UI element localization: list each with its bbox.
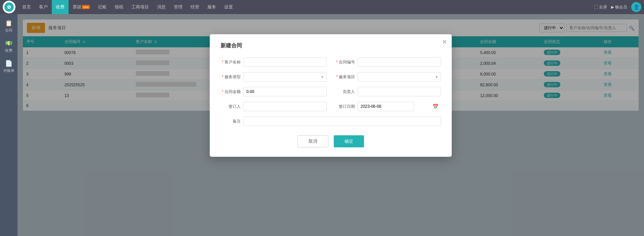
sidebar-item-fee[interactable]: 💵 收费 [0, 37, 17, 56]
nav-item-business[interactable]: 工商项目 [127, 0, 153, 14]
new-contract-modal: ✕ 新建合同 客户名称 合同编号 服务类型 [210, 34, 452, 157]
fullscreen-button[interactable]: ⛶ 全屏 [594, 4, 607, 10]
service-type-select[interactable] [243, 72, 327, 82]
contract-no-label: 合同编号 [335, 59, 355, 65]
nav-item-fee[interactable]: 收费 [52, 0, 69, 14]
member-button[interactable]: ▶ 畅会员 [611, 4, 627, 10]
nav-item-home[interactable]: 首页 [18, 0, 35, 14]
responsible-input[interactable] [358, 87, 441, 96]
avatar[interactable]: 👤 [631, 2, 641, 12]
amount-input[interactable]: 0.00 [243, 87, 327, 96]
nav-item-message[interactable]: 消息 [153, 0, 170, 14]
modal-footer: 取消 确定 [220, 135, 441, 147]
nav-item-accounting[interactable]: 记账 [94, 0, 111, 14]
new-badge: new [82, 5, 90, 9]
contract-icon: 📋 [5, 19, 12, 27]
form-row-customer: 客户名称 [220, 57, 327, 67]
form-row-contract-no: 合同编号 [335, 57, 441, 67]
sidebar: 📋 合同 💵 收费 📄 对账单 [0, 14, 17, 236]
form-row-signer: 签订人 [220, 102, 327, 111]
form-grid: 客户名称 合同编号 服务类型 ▼ [220, 57, 441, 126]
nav-item-service[interactable]: 服务 [203, 0, 220, 14]
service-type-label: 服务类型 [220, 74, 241, 80]
nav-item-ticket[interactable]: 票据 new [69, 0, 94, 14]
logo-inner: ✿ [4, 2, 14, 12]
fee-icon: 💵 [5, 40, 12, 47]
nav-item-customer[interactable]: 客户 [35, 0, 52, 14]
amount-label: 合同金额 [220, 89, 241, 95]
customer-name-input[interactable] [243, 57, 327, 67]
form-row-amount: 合同金额 0.00 [220, 87, 327, 96]
form-row-service-item: 服务项目 ▼ [335, 72, 441, 82]
remark-input[interactable] [243, 116, 441, 126]
sign-date-wrapper: 2023-06-06 📅 [358, 102, 441, 111]
modal-overlay: ✕ 新建合同 客户名称 合同编号 服务类型 [17, 14, 644, 236]
form-row-remark: 备注 [220, 116, 441, 126]
play-icon: ▶ [611, 5, 614, 9]
responsible-label: 负责人 [335, 89, 355, 95]
form-row-responsible: 负责人 [335, 87, 441, 96]
customer-name-label: 客户名称 [220, 59, 241, 65]
remark-label: 备注 [220, 119, 241, 124]
confirm-button[interactable]: 确定 [334, 135, 364, 147]
top-nav: ✿ 首页 客户 收费 票据 new 记账 报税 工商项目 消息 管理 经营 服务… [0, 0, 644, 14]
service-item-select[interactable] [358, 72, 441, 82]
fullscreen-icon: ⛶ [594, 5, 598, 9]
nav-item-operation[interactable]: 经营 [187, 0, 203, 14]
form-row-sign-date: 签订日期 2023-06-06 📅 [335, 102, 441, 111]
nav-item-settings[interactable]: 设置 [220, 0, 237, 14]
service-item-label: 服务项目 [335, 74, 355, 80]
modal-close-button[interactable]: ✕ [442, 38, 447, 46]
logo: ✿ [3, 1, 15, 13]
form-row-service-type: 服务类型 ▼ [220, 72, 327, 82]
nav-item-manage[interactable]: 管理 [170, 0, 187, 14]
service-item-select-wrapper: ▼ [358, 72, 441, 82]
main-area: 📋 合同 💵 收费 📄 对账单 新增 服务项目 进行中 已结束 全部 [0, 14, 644, 236]
sidebar-item-statement[interactable]: 📄 对账单 [0, 57, 17, 76]
cancel-button[interactable]: 取消 [297, 135, 328, 147]
sign-date-input[interactable]: 2023-06-06 [358, 102, 414, 111]
content-area: 新增 服务项目 进行中 已结束 全部 🔍 [17, 14, 644, 236]
signer-input[interactable] [243, 102, 327, 111]
sign-date-label: 签订日期 [335, 104, 355, 109]
sidebar-item-contract[interactable]: 📋 合同 [0, 17, 17, 36]
nav-item-tax[interactable]: 报税 [111, 0, 127, 14]
calendar-icon[interactable]: 📅 [433, 104, 438, 109]
nav-right: ⛶ 全屏 ▶ 畅会员 👤 [594, 2, 641, 12]
statement-icon: 📄 [5, 60, 12, 67]
signer-label: 签订人 [220, 104, 241, 109]
modal-title: 新建合同 [220, 42, 441, 49]
service-type-select-wrapper: ▼ [243, 72, 327, 82]
contract-no-input[interactable] [358, 57, 441, 67]
